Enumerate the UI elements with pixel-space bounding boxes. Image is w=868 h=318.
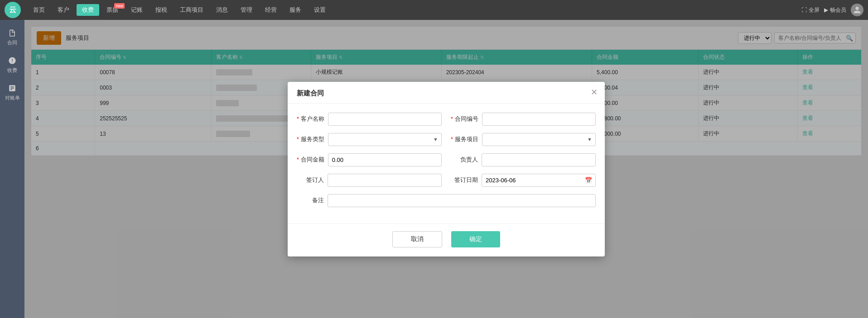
nav-operation[interactable]: 经营 [260, 4, 282, 16]
form-group-contract-no: 合同编号 [451, 113, 596, 126]
contract-no-label: 合同编号 [451, 115, 478, 123]
fee-icon [7, 56, 17, 66]
service-type-select-wrapper: ▼ [328, 133, 442, 146]
nav-settings[interactable]: 设置 [309, 4, 331, 16]
avatar[interactable] [851, 4, 863, 16]
member-button[interactable]: ▶ 畅会员 [824, 6, 846, 14]
fullscreen-icon: ⛶ [801, 7, 807, 13]
sidebar-item-contract[interactable]: 合同 [1, 24, 24, 50]
sidebar-label-reconcile: 对账单 [5, 95, 20, 101]
form-row-4: 签订人 签订日期 📅 [297, 174, 596, 187]
form-group-sign-date: 签订日期 📅 [451, 174, 596, 187]
contract-no-input[interactable] [482, 113, 596, 126]
main-layout: 合同 收费 对账单 新增 服务项目 进行中 已完成 [0, 20, 868, 318]
service-item-label: 服务项目 [451, 135, 478, 143]
confirm-button[interactable]: 确定 [451, 231, 500, 247]
customer-name-input[interactable] [328, 113, 442, 126]
nav-right: ⛶ 全屏 ▶ 畅会员 [801, 4, 863, 16]
new-contract-modal: 新建合同 ✕ 客户名称 合同编号 [288, 82, 605, 256]
form-group-service-type: 服务类型 ▼ [297, 133, 442, 146]
signer-label: 签订人 [297, 176, 324, 184]
form-group-signer: 签订人 [297, 174, 442, 187]
sign-date-label: 签订日期 [451, 176, 478, 184]
amount-label: 合同金额 [297, 156, 324, 164]
nav-items: 首页 客户 收费 票据 new 记账 报税 工商项目 消息 管理 经营 服务 设… [28, 4, 801, 16]
remarks-label: 备注 [297, 196, 324, 204]
form-row-2: 服务类型 ▼ 服务项目 [297, 133, 596, 146]
member-label: 畅会员 [830, 6, 846, 14]
service-type-label: 服务类型 [297, 135, 324, 143]
logo-text: 云 [9, 5, 16, 15]
form-row-5: 备注 [297, 194, 596, 207]
reconcile-icon [7, 83, 17, 93]
responsible-input[interactable] [482, 153, 596, 166]
nav-home[interactable]: 首页 [28, 4, 50, 16]
nav-manage[interactable]: 管理 [235, 4, 258, 16]
service-item-select[interactable] [482, 133, 596, 146]
sidebar-item-reconcile[interactable]: 对账单 [1, 80, 24, 105]
form-row-1: 客户名称 合同编号 [297, 113, 596, 126]
nav-service[interactable]: 服务 [284, 4, 307, 16]
top-nav: 云 首页 客户 收费 票据 new 记账 报税 工商项目 消息 管理 经营 服务… [0, 0, 868, 20]
modal-body: 客户名称 合同编号 服务类型 [288, 104, 605, 223]
cancel-button[interactable]: 取消 [392, 231, 442, 247]
modal-overlay: 新建合同 ✕ 客户名称 合同编号 [24, 20, 868, 318]
form-row-3: 合同金额 负责人 [297, 153, 596, 166]
nav-message[interactable]: 消息 [211, 4, 233, 16]
sidebar: 合同 收费 对账单 [0, 20, 24, 318]
nav-customer[interactable]: 客户 [52, 4, 75, 16]
nav-tax[interactable]: 报税 [150, 4, 173, 16]
play-icon: ▶ [824, 7, 828, 13]
fullscreen-label: 全屏 [809, 6, 820, 14]
modal-close-button[interactable]: ✕ [591, 87, 598, 97]
contract-icon [7, 28, 17, 38]
form-group-customer: 客户名称 [297, 113, 442, 126]
sidebar-item-fee[interactable]: 收费 [1, 52, 24, 77]
nav-account[interactable]: 记账 [125, 4, 148, 16]
nav-ticket[interactable]: 票据 new [101, 4, 124, 16]
sign-date-input[interactable] [482, 174, 596, 187]
fullscreen-button[interactable]: ⛶ 全屏 [801, 6, 820, 14]
logo: 云 [5, 2, 21, 18]
form-group-remarks: 备注 [297, 194, 596, 207]
modal-footer: 取消 确定 [288, 223, 605, 256]
form-group-amount: 合同金额 [297, 153, 442, 166]
customer-name-label: 客户名称 [297, 115, 324, 123]
remarks-input[interactable] [328, 194, 596, 207]
service-item-select-wrapper: ▼ [482, 133, 596, 146]
sidebar-label-contract: 合同 [7, 39, 17, 46]
sidebar-label-fee: 收费 [7, 67, 17, 74]
new-badge: new [114, 3, 125, 9]
signer-input[interactable] [328, 174, 442, 187]
form-group-service-item: 服务项目 ▼ [451, 133, 596, 146]
service-type-select[interactable] [328, 133, 442, 146]
nav-invoice[interactable]: 收费 [77, 4, 99, 16]
nav-business[interactable]: 工商项目 [174, 4, 209, 16]
form-group-responsible: 负责人 [451, 153, 596, 166]
amount-input[interactable] [328, 153, 442, 166]
main-content: 新增 服务项目 进行中 已完成 已终止 🔍 [24, 20, 868, 318]
modal-title: 新建合同 [288, 82, 605, 104]
responsible-label: 负责人 [451, 156, 478, 164]
calendar-icon[interactable]: 📅 [585, 177, 592, 184]
sign-date-wrapper: 📅 [482, 174, 596, 187]
